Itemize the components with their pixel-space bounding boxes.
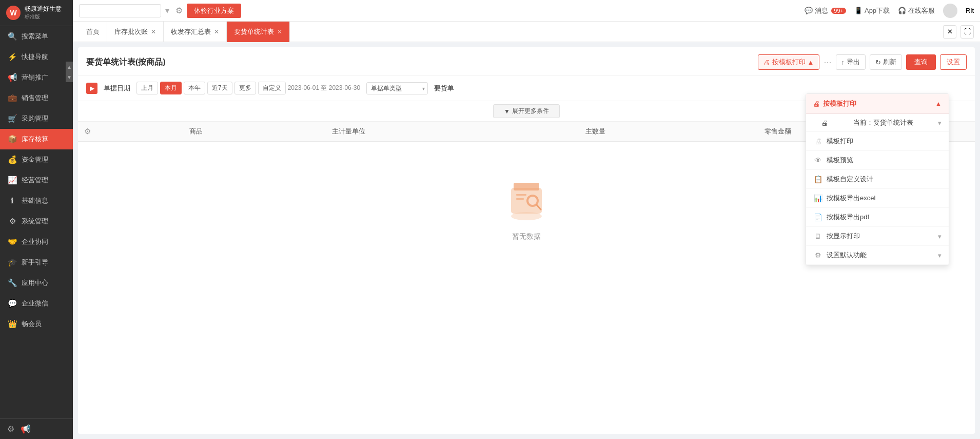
expand-conditions-btn[interactable]: ▼ 展开更多条件 <box>493 104 560 118</box>
query-btn[interactable]: 查询 <box>906 54 936 70</box>
sidebar-icon: 🔍 <box>7 32 17 41</box>
empty-icon <box>501 173 552 224</box>
date-prev-month-btn[interactable]: 上月 <box>136 82 158 94</box>
avatar[interactable] <box>943 4 957 18</box>
sidebar-item-销售管理[interactable]: 💼销售管理 <box>0 88 73 108</box>
tab-inventory-batch[interactable]: 库存批次账 ✕ <box>107 22 164 42</box>
dropdown-item-print-label: 模板打印 <box>827 137 853 146</box>
refresh-btn[interactable]: ↻ 刷新 <box>870 54 902 70</box>
app-download-item[interactable]: 📱 App下载 <box>854 6 890 15</box>
sidebar-bottom: ⚙ 📢 <box>0 418 73 439</box>
filter-collapse-btn[interactable]: ▶ <box>86 83 97 94</box>
sidebar-item-快捷导航[interactable]: ⚡快捷导航 <box>0 47 73 67</box>
tab-summary-close[interactable]: ✕ <box>214 28 219 35</box>
speaker-icon[interactable]: 📢 <box>21 424 31 434</box>
date-custom-btn[interactable]: 自定义 <box>258 82 286 94</box>
scroll-up-arrow[interactable]: ▲ <box>66 62 73 72</box>
tab-inventory-batch-close[interactable]: ✕ <box>151 28 156 35</box>
current-template-label: 当前：要货单统计表 <box>853 118 913 127</box>
sidebar-label: 企业微信 <box>22 299 48 308</box>
topbar: ▾ ⚙ 体验行业方案 💬 消息 99+ 📱 App下载 🎧 在线客服 Rit <box>73 0 980 22</box>
date-this-year-btn[interactable]: 本年 <box>184 82 205 94</box>
tab-summary[interactable]: 收发存汇总表 ✕ <box>164 22 227 42</box>
export-icon: ↑ <box>841 59 845 66</box>
dropdown-sub-display[interactable]: 🖥 按显示打印 ▾ <box>806 227 949 246</box>
sidebar-label: 新手引导 <box>22 258 48 267</box>
tabs-bar: 首页 库存批次账 ✕ 收发存汇总表 ✕ 要货单统计表 ✕ ✕ ⛶ <box>73 22 980 42</box>
dropdown-title: 🖨 按模板打印 <box>813 99 856 108</box>
current-template-item[interactable]: 🖨 当前：要货单统计表 ▾ <box>806 114 949 132</box>
sidebar-item-采购管理[interactable]: 🛒采购管理 <box>0 108 73 129</box>
sidebar-item-系统管理[interactable]: ⚙系统管理 <box>0 211 73 232</box>
dropdown-sub-default-left: ⚙ 设置默认功能 <box>813 251 867 260</box>
date-this-month-btn[interactable]: 本月 <box>160 82 182 94</box>
search-input[interactable] <box>79 4 161 17</box>
sidebar-item-基础信息[interactable]: ℹ基础信息 <box>0 190 73 211</box>
dropdown-item-design[interactable]: 📋 模板自定义设计 <box>806 170 949 189</box>
type-select[interactable]: 单据单类型 <box>366 82 428 94</box>
sidebar-icon: ⚙ <box>7 217 17 226</box>
sidebar-item-畅会员[interactable]: 👑畅会员 <box>0 314 73 334</box>
sidebar-label: 销售管理 <box>22 93 48 103</box>
scroll-arrows: ▲ ▼ <box>66 62 73 82</box>
trial-btn[interactable]: 体验行业方案 <box>187 4 241 18</box>
gear-icon[interactable]: ⚙ <box>175 6 183 15</box>
sidebar-item-库存核算[interactable]: 📦库存核算 <box>0 129 73 149</box>
logo-icon: W <box>6 6 21 20</box>
headset-icon: 🎧 <box>898 7 906 14</box>
sidebar-icon: 🔧 <box>7 278 17 288</box>
user-name: Rit <box>966 7 974 14</box>
message-badge: 99+ <box>831 8 846 14</box>
tab-order-stats[interactable]: 要货单统计表 ✕ <box>227 22 290 42</box>
date-range-text: 2023-06-01 至 2023-06-30 <box>288 84 360 92</box>
dropdown-chevron-icon: ▲ <box>935 100 942 107</box>
date-more-btn[interactable]: 更多 <box>234 82 256 94</box>
tab-close-all-btn[interactable]: ✕ <box>943 25 956 39</box>
tab-summary-label: 收发存汇总表 <box>171 27 211 36</box>
sidebar-item-搜索菜单[interactable]: 🔍搜索菜单 <box>0 26 73 47</box>
sidebar-label: 系统管理 <box>22 217 48 226</box>
sidebar-item-资金管理[interactable]: 💰资金管理 <box>0 149 73 170</box>
app-icon: 📱 <box>854 7 863 14</box>
sidebar-item-应用中心[interactable]: 🔧应用中心 <box>0 273 73 293</box>
print-template-btn[interactable]: 🖨 按模板打印 ▲ <box>758 54 820 70</box>
main-content: ▾ ⚙ 体验行业方案 💬 消息 99+ 📱 App下载 🎧 在线客服 Rit 首… <box>73 0 980 439</box>
card-header: 要货单统计表(按商品) 🖨 按模板打印 ▲ ··· ↑ 导出 ↻ <box>78 47 975 75</box>
settings-btn[interactable]: 设置 <box>940 54 967 70</box>
sidebar-item-营销推广[interactable]: 📢营销推广 <box>0 67 73 88</box>
sidebar-item-企业微信[interactable]: 💬企业微信 <box>0 293 73 314</box>
display-print-arrow: ▾ <box>938 233 942 240</box>
tab-order-stats-close[interactable]: ✕ <box>277 28 282 35</box>
settings-icon[interactable]: ⚙ <box>7 424 14 434</box>
dropdown-arrow-icon[interactable]: ▾ <box>165 6 169 15</box>
dropdown-item-export-pdf[interactable]: 📄 按模板导出pdf <box>806 208 949 227</box>
topbar-right: 💬 消息 99+ 📱 App下载 🎧 在线客服 Rit <box>805 4 974 18</box>
sidebar-item-新手引导[interactable]: 🎓新手引导 <box>0 252 73 273</box>
sidebar-scroll: 🔍搜索菜单⚡快捷导航📢营销推广💼销售管理🛒采购管理📦库存核算💰资金管理📈经营管理… <box>0 26 73 418</box>
scroll-down-arrow[interactable]: ▼ <box>66 72 73 82</box>
dropdown-item-preview[interactable]: 👁 模板预览 <box>806 151 949 170</box>
current-template-icon: 🖨 <box>821 119 828 127</box>
message-item[interactable]: 💬 消息 99+ <box>805 6 846 15</box>
export-btn[interactable]: ↑ 导出 <box>836 54 866 70</box>
dropdown-sub-default[interactable]: ⚙ 设置默认功能 ▾ <box>806 246 949 265</box>
default-func-icon: ⚙ <box>813 251 822 259</box>
dropdown-sub-display-label: 按显示打印 <box>827 232 860 241</box>
online-service-item[interactable]: 🎧 在线客服 <box>898 6 935 15</box>
page-title: 要货单统计表(按商品) <box>86 57 166 68</box>
empty-text: 暂无数据 <box>512 232 541 241</box>
sidebar-item-经营管理[interactable]: 📈经营管理 <box>0 170 73 190</box>
sidebar-item-企业协同[interactable]: 🤝企业协同 <box>0 232 73 252</box>
date-7days-btn[interactable]: 近7天 <box>207 82 232 94</box>
app-download-label: App下载 <box>865 6 890 15</box>
dropdown-item-export-excel[interactable]: 📊 按模板导出excel <box>806 189 949 208</box>
ellipsis-icon[interactable]: ··· <box>824 57 831 68</box>
dropdown-header[interactable]: 🖨 按模板打印 ▲ <box>806 94 949 114</box>
tab-maximize-btn[interactable]: ⛶ <box>961 25 974 39</box>
current-template-arrow: ▾ <box>938 119 942 127</box>
tabs-right: ✕ ⛶ <box>943 25 974 39</box>
tab-home[interactable]: 首页 <box>79 22 107 42</box>
date-group: 上月 本月 本年 近7天 更多 自定义 2023-06-01 至 2023-06… <box>136 82 360 94</box>
filter-collapse-icon: ▶ <box>90 85 94 92</box>
dropdown-item-print[interactable]: 🖨 模板打印 <box>806 132 949 151</box>
